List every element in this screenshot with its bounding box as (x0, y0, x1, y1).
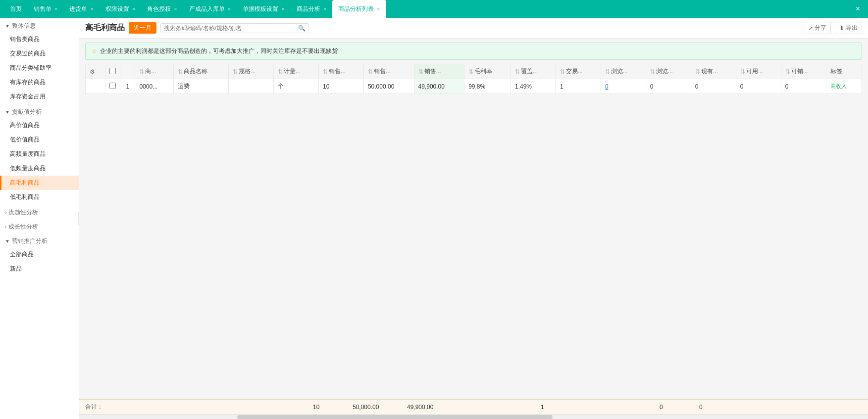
col-current-stock[interactable]: ⇅ 现有... (691, 64, 736, 79)
col-name[interactable]: ⇅ 商品名称 (173, 64, 228, 79)
sidebar-item-inventory-capital[interactable]: 库存资金占用 (0, 90, 79, 104)
nav-role-permission[interactable]: 角色授权 × (141, 0, 183, 18)
footer-sales-qty: 10 (313, 404, 343, 411)
col-sales-amount[interactable]: ⇅ 销售... (363, 64, 414, 79)
sort-icon: ⇅ (139, 68, 144, 75)
search-icon[interactable]: 🔍 (298, 25, 306, 32)
cell-settings (86, 79, 105, 94)
cell-browse2: 0 (646, 79, 691, 94)
sidebar-item-sales-goods[interactable]: 销售类商品 (0, 32, 79, 47)
close-tab-product-analysis[interactable]: × (323, 6, 326, 12)
cell-transaction: 1 (556, 79, 601, 94)
close-tab-product-analysis-list[interactable]: × (377, 6, 380, 12)
sidebar-section-marketing-analysis[interactable]: ▼ 营销推广分析 (0, 233, 79, 247)
close-window-button[interactable]: × (852, 4, 864, 13)
sidebar-item-stocked-goods[interactable]: 有库存的商品 (0, 75, 79, 90)
col-spec[interactable]: ⇅ 规格... (229, 64, 274, 79)
cell-sellable-stock: 0 (781, 79, 826, 94)
sidebar-item-low-margin-goods[interactable]: 低毛利商品 (0, 190, 79, 204)
sidebar-item-low-freq-goods[interactable]: 低频量度商品 (0, 161, 79, 176)
col-coverage[interactable]: ⇅ 覆盖... (511, 64, 556, 79)
nav-product-analysis[interactable]: 商品分析 × (291, 0, 332, 18)
col-available-stock[interactable]: ⇅ 可用... (736, 64, 781, 79)
sort-icon-transaction: ⇅ (560, 68, 565, 75)
cell-code: 0000... (135, 79, 174, 94)
data-table: ⚙ ⇅ 商... (85, 64, 862, 94)
cell-tag: 高收入 (826, 79, 862, 94)
select-all-checkbox[interactable] (109, 68, 116, 74)
top-nav: 首页 销售单 × 进货单 × 权限设置 × 角色授权 × 产成品入库单 × 单据… (0, 0, 868, 18)
arrow-trend-analysis: › (5, 210, 6, 215)
col-transaction[interactable]: ⇅ 交易... (556, 64, 601, 79)
col-sales-qty[interactable]: ⇅ 销售... (318, 64, 363, 79)
nav-product-inbound[interactable]: 产成品入库单 × (183, 0, 237, 18)
sidebar-section-asset-analysis[interactable]: ▼ 贡献值分析 (0, 104, 79, 118)
info-banner: ☆ 企业的主要的利润都是这部分商品创造的，可考虑加大推广，同时关注库存是不要出现… (85, 43, 862, 60)
col-sales-cost[interactable]: ⇅ 销售... (414, 64, 464, 79)
close-tab-role-permission[interactable]: × (174, 6, 177, 12)
nav-home[interactable]: 首页 (4, 0, 28, 18)
export-button[interactable]: ⬇ 导出 (835, 22, 862, 34)
cell-checkbox[interactable] (105, 79, 120, 94)
close-tab-purchase-order[interactable]: × (90, 6, 93, 12)
close-tab-product-inbound[interactable]: × (228, 6, 231, 12)
cell-browse1[interactable]: 0 (601, 79, 646, 94)
nav-product-analysis-list[interactable]: 商品分析列表 × (332, 0, 386, 18)
sort-icon-unit: ⇅ (278, 68, 283, 75)
footer-sales-cost: 49,900.00 (407, 404, 452, 411)
col-browse2[interactable]: ⇅ 浏览... (646, 64, 691, 79)
sidebar-item-high-value-goods[interactable]: 高价值商品 (0, 118, 79, 133)
cell-sales-amount: 50,000.00 (363, 79, 414, 94)
row-checkbox[interactable] (109, 83, 116, 89)
col-margin-rate[interactable]: ⇅ 毛利率 (464, 64, 511, 79)
sidebar-item-low-value-goods[interactable]: 低价值商品 (0, 133, 79, 147)
footer-current-stock: 0 (660, 404, 689, 411)
info-icon: ☆ (92, 48, 97, 55)
sort-icon-margin-rate: ⇅ (468, 68, 473, 75)
sort-icon-coverage: ⇅ (515, 68, 520, 75)
nav-permission-settings[interactable]: 权限设置 × (100, 0, 141, 18)
sidebar-item-traded-goods[interactable]: 交易过的商品 (0, 47, 79, 61)
col-tag[interactable]: 标签 (826, 64, 862, 79)
sidebar-item-all-goods[interactable]: 全部商品 (0, 247, 79, 262)
bottom-scrollbar[interactable] (79, 414, 868, 419)
table-row[interactable]: 1 0000... 运费 个 10 50,000.00 49,900.00 99… (86, 79, 862, 94)
close-tab-permission-settings[interactable]: × (132, 6, 135, 12)
sidebar-section-trend-analysis[interactable]: › 流趋性分析 (0, 204, 79, 219)
col-browse1[interactable]: ⇅ 浏览... (601, 64, 646, 79)
footer-transaction: 1 (541, 404, 570, 411)
sidebar-item-new-goods[interactable]: 新品 (0, 262, 79, 276)
sort-icon-browse1: ⇅ (605, 68, 610, 75)
sort-icon-browse2: ⇅ (650, 68, 655, 75)
footer-label: 合计： (85, 403, 105, 411)
search-input[interactable] (164, 25, 298, 32)
sort-icon-sales-cost: ⇅ (418, 68, 423, 75)
close-tab-sales-order[interactable]: × (54, 6, 57, 12)
cell-sales-cost: 49,900.00 (414, 79, 464, 94)
arrow-asset-analysis: ▼ (5, 109, 10, 115)
scrollbar-thumb[interactable] (237, 415, 553, 419)
table-wrapper[interactable]: ⚙ ⇅ 商... (79, 64, 868, 399)
sidebar: « ▼ 整体信息 销售类商品 交易过的商品 商品分类辅助率 有库存的商品 库存资… (0, 18, 79, 419)
arrow-marketing-analysis: ▼ (5, 238, 10, 244)
col-unit[interactable]: ⇅ 计量... (274, 64, 319, 79)
cell-unit: 个 (274, 79, 319, 94)
nav-purchase-order[interactable]: 进货单 × (63, 0, 99, 18)
close-tab-template-settings[interactable]: × (281, 6, 284, 12)
col-settings[interactable]: ⚙ (86, 64, 105, 79)
sort-icon-sales-qty: ⇅ (323, 68, 328, 75)
sidebar-item-high-freq-goods[interactable]: 高频量度商品 (0, 147, 79, 161)
sidebar-item-goods-split-assist[interactable]: 商品分类辅助率 (0, 61, 79, 75)
col-checkbox[interactable] (105, 64, 120, 79)
filter-recent-month-button[interactable]: 近一月 (129, 22, 156, 34)
sidebar-collapse-button[interactable]: « (78, 212, 79, 226)
nav-template-settings[interactable]: 单据模板设置 × (237, 0, 290, 18)
col-sellable-stock[interactable]: ⇅ 可销... (781, 64, 826, 79)
nav-sales-order[interactable]: 销售单 × (28, 0, 63, 18)
sort-icon-sales-amount: ⇅ (368, 68, 373, 75)
sidebar-section-growth-analysis[interactable]: › 成长性分析 (0, 219, 79, 233)
sidebar-section-overall-info[interactable]: ▼ 整体信息 (0, 18, 79, 32)
col-code[interactable]: ⇅ 商... (135, 64, 174, 79)
sidebar-item-high-margin-goods[interactable]: 高毛利商品 (0, 176, 79, 190)
share-button[interactable]: ↗ 分享 (804, 22, 831, 34)
